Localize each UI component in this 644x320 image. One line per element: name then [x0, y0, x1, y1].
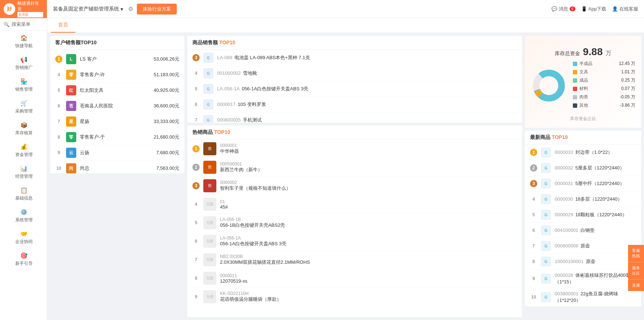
product-sales-item[interactable]: 4 G 001000002雪地靴 [187, 66, 522, 81]
customer-rank-item[interactable]: 10 尚 尚总 7,563.00元 [50, 161, 184, 173]
sidebar-item-quick-nav[interactable]: 🏠 快捷导航 [0, 31, 47, 53]
hot-product-item[interactable]: 3 图 0000002 智利车子里（规格不知道填什么） [187, 177, 522, 195]
hot-product-name: 056-1A白色按键开关盖ABS 3壳 [220, 241, 517, 247]
sidebar-item-marketing[interactable]: 📢 营销推广 [0, 53, 47, 74]
system-selector[interactable]: 装备及固定资产辅助管理系统 ▾ [53, 6, 123, 12]
marketing-icon: 📢 [20, 56, 28, 63]
new-product-item[interactable]: 3 G 00000315厘中纤（1220*2440） [525, 176, 641, 192]
customer-rank-item[interactable]: 9 云 云扬 7,680.00元 [50, 145, 184, 161]
customer-rank-item[interactable]: 8 零 零售客户-于 21,680.00元 [50, 130, 184, 145]
online-service-btn[interactable]: 👤 在线客服 [612, 6, 638, 12]
product-info: LA-056-1A056-1A白色按键开关盖ABS 3壳 [217, 86, 517, 92]
customer-name: 云扬 [80, 149, 152, 156]
product-rank-number: 4 [192, 70, 200, 77]
hot-product-item[interactable]: 7 无图 NB2.0X30B 2.0X30MM双搓花轴搓花直径2.1MM/ROH… [187, 251, 522, 269]
message-badge: 6 [570, 7, 575, 11]
rank-number: 8 [55, 134, 62, 141]
new-product-info: 10000100001原壶 [555, 258, 636, 265]
hot-product-info: NB2.0X30B 2.0X30MM双搓花轴搓花直径2.1MM/ROHS [220, 254, 517, 266]
sidebar-item-basic[interactable]: 📋 基础信息 [0, 183, 47, 205]
new-product-item[interactable]: 5 G 000002918颗粒板（1220*2440） [525, 207, 641, 223]
hot-rank-number: 3 [192, 182, 200, 189]
hot-product-name: 056-1B白色按键开关壳ABS2壳 [220, 222, 517, 229]
experience-btn[interactable]: 体验行业方案 [137, 4, 177, 15]
hot-rank-number: 6 [192, 238, 200, 245]
new-product-image: G [541, 292, 551, 302]
rank-number: 5 [55, 87, 62, 94]
app-download-btn[interactable]: 📱 App下载 [581, 6, 606, 12]
new-product-item[interactable]: 9 G 0000028体彬嘉枝味苏打饮品400毫升（1*15） [525, 270, 641, 288]
product-sales-item[interactable]: 3 G LA-089电池盖 LA-089 ABS本色+黑种 7.1克 [187, 50, 522, 66]
hot-product-image: 无图 [203, 272, 216, 285]
system-icon: ⚙️ [20, 209, 28, 216]
hot-product-code: NB2.0X30B [220, 254, 517, 259]
message-label: 消息 [559, 6, 568, 12]
hot-rank-number: 8 [192, 275, 200, 282]
new-product-rank: 2 [530, 164, 537, 172]
new-product-item[interactable]: 8 G 10000100001原壶 [525, 254, 641, 270]
customer-rank-item[interactable]: 4 零 零售客户-许 51,183.00元 [50, 67, 184, 83]
customer-rank-item[interactable]: 5 红 红太阳文具 40,925.00元 [50, 83, 184, 98]
product-sales-item[interactable]: 6 G 000001710S 变料罗浆 [187, 97, 522, 112]
new-product-info: 00000315厘中纤（1220*2440） [555, 180, 636, 187]
rank-number: 7 [55, 118, 62, 125]
new-product-item[interactable]: 7 G 000800008原壶 [525, 238, 641, 254]
sidebar-item-marketing-label: 营销推广 [15, 65, 33, 71]
inventory-title: 库存总资金 [555, 50, 580, 56]
message-btn[interactable]: 💬 消息 6 [551, 6, 575, 12]
sidebar-item-purchase[interactable]: 🛒 采购管理 [0, 96, 47, 118]
sidebar-item-enterprise[interactable]: 🤝 企业协同 [0, 227, 47, 249]
product-sales-item[interactable]: 7 G 000800005手机测试 [187, 112, 522, 123]
hot-product-item[interactable]: 1 图 0000001 中华神器 [187, 140, 522, 158]
new-product-image: G [541, 210, 551, 220]
sidebar-item-finance[interactable]: 💰 资金管理 [0, 140, 47, 161]
float-service: 客服热线 服务社区 直播 [628, 245, 644, 291]
sidebar-item-sales[interactable]: 🏪 销售管理 [0, 74, 47, 96]
legend-label: 其他 [579, 102, 617, 108]
new-product-item[interactable]: 1 G 0000033封边带（1.0*22） [525, 145, 641, 160]
hot-product-image: 无图 [203, 198, 216, 211]
product-sales-item[interactable]: 5 G LA-056-1A056-1A白色按键开关盖ABS 3壳 [187, 81, 522, 97]
hot-product-item[interactable]: 4 无图 01 45# [187, 195, 522, 214]
new-product-image: G [541, 274, 551, 284]
hot-rank-number: 1 [192, 145, 200, 152]
new-product-rank: 6 [530, 227, 537, 234]
customer-rank-item[interactable]: 1 L LS 客户 53,006.26元 [50, 52, 184, 67]
new-product-item[interactable]: 2 G 00000325厘多层（1220*2440） [525, 160, 641, 176]
sidebar-item-guide[interactable]: 🎯 新手引导 [0, 249, 47, 270]
new-product-info: 000003018多层（1220*2440） [555, 196, 636, 202]
customer-rank-item[interactable]: 7 星 星扬 33,333.00元 [50, 114, 184, 130]
sidebar-item-operations[interactable]: 📊 经营管理 [0, 161, 47, 183]
sidebar-item-inventory[interactable]: 📦 库存核算 [0, 118, 47, 140]
sidebar-item-system[interactable]: ⚙️ 系统管理 [0, 205, 47, 227]
legend-item: 其他 -3.86 万 [573, 102, 635, 108]
settings-gear-icon[interactable]: ⚙ [128, 5, 133, 12]
new-product-item[interactable]: 6 G 004100001白钢垫 [525, 223, 641, 238]
tab-home[interactable]: 首页 [51, 18, 76, 33]
new-product-item[interactable]: 4 G 000003018多层（1220*2440） [525, 192, 641, 207]
hot-product-item[interactable]: 5 无图 LA-056-1B 056-1B白色按键开关壳ABS2壳 [187, 214, 522, 232]
float-live[interactable]: 直播 [628, 280, 644, 291]
new-product-rank: 7 [530, 242, 537, 250]
legend-label: 半成品 [579, 61, 617, 67]
legend-label: 肉类 [579, 94, 617, 100]
hot-product-code: 0000011 [220, 273, 517, 278]
hot-product-item[interactable]: 6 无图 LA-056-1A 056-1A白色按键开关盖ABS 3壳 [187, 232, 522, 251]
float-service-community[interactable]: 服务社区 [628, 262, 644, 280]
hot-product-name: 花语萌值温分腿睡袋（厚款） [220, 296, 517, 303]
sidebar-search[interactable]: 🔍 搜索菜单 [0, 18, 47, 31]
logo-icon: 好 [4, 3, 15, 15]
legend-label: 成品 [579, 77, 619, 83]
customer-avatar: 零 [66, 132, 76, 142]
hot-product-item[interactable]: 2 图 000500001 新西兰牛肉（新牛） [187, 158, 522, 177]
new-product-item[interactable]: 10 G 00380000122g鱼豆腐-烧烤味（1*12*20） [525, 288, 641, 307]
customer-avatar: 星 [66, 116, 76, 127]
hot-product-image: 图 [203, 161, 216, 174]
legend-item: 肉类 -0.05 万 [573, 94, 635, 100]
hot-product-item[interactable]: 8 无图 0000011 12070519-xs [187, 269, 522, 288]
float-customer-service[interactable]: 客服热线 [628, 245, 644, 262]
hot-product-item[interactable]: 9 无图 KK-SD22110H 花语萌值温分腿睡袋（厚款） [187, 288, 522, 306]
legend-color-swatch [573, 70, 577, 74]
customer-rank-item[interactable]: 6 苍 苍南县人民医院 36,600.00元 [50, 98, 184, 114]
new-product-image: G [541, 147, 551, 157]
